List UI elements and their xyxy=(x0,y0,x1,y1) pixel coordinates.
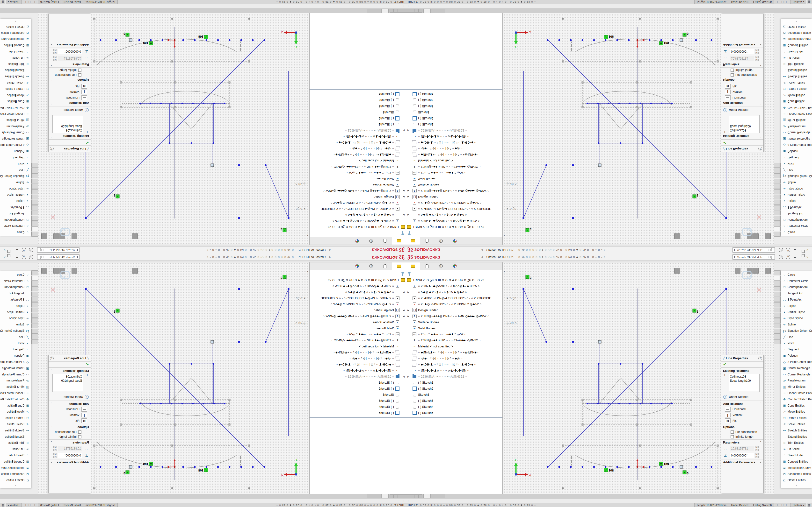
tool-menu-item[interactable]: ▪ Point xyxy=(0,340,31,346)
document-tab[interactable] xyxy=(374,9,382,13)
tool-menu-item[interactable]: ∿ Spline xyxy=(0,179,31,186)
restore-button[interactable] xyxy=(798,255,804,259)
help-icon[interactable]: ? xyxy=(758,147,762,151)
tool-menu-item[interactable]: ↦ Stretch Entities xyxy=(781,73,812,80)
tool-menu-item[interactable]: ▪ Point xyxy=(0,161,31,167)
vertical-relation-button[interactable]: | xyxy=(82,90,87,95)
tree-item[interactable]: ▶ ○ 2536ИNΛ∩+ ○ ◦ ○ +∩ΛИN6352 ○ xyxy=(310,374,406,380)
tool-menu-item[interactable]: ↗ Move Entities xyxy=(781,92,812,99)
tree-item[interactable]: (-) Sketch1 xyxy=(406,121,502,127)
infinite-length-checkbox[interactable] xyxy=(78,69,82,72)
command-tab[interactable] xyxy=(32,313,38,318)
tree-item[interactable]: ○ 25·∩ * ♟Αɯ ○ ◦ ○ ɯΑ♟ * ∩·52 ○ xyxy=(406,331,502,337)
tree-item[interactable]: ▶ ○ 2536ИNΛ∩+ ○ ◦ ○ +∩ΛИN6352 ○ xyxy=(310,127,406,133)
tool-menu-item[interactable]: ◇ 3 Point Center Recta... xyxy=(781,142,812,148)
tool-menu-item[interactable]: ◠ Centerpoint Arc xyxy=(0,284,31,290)
tree-item[interactable]: ▶ ○ 25ИN◎ ◦♣Α♣◎ ИNΑ ○ ◦ ○ ΑИN ◎♣Α♣◦ ◎ИN5… xyxy=(406,188,502,194)
tree-item[interactable]: (-) Sketch5 xyxy=(406,398,502,404)
tab-nav-button[interactable] xyxy=(406,9,410,12)
ok-button[interactable]: ✔ xyxy=(723,362,726,367)
infinite-length-checkbox[interactable] xyxy=(78,435,82,439)
tool-menu-item[interactable]: ◠ Centerpoint Arc xyxy=(0,217,31,223)
tool-menu-item[interactable]: ◜ Sketch Fillet xyxy=(0,49,31,55)
tool-menu-item[interactable]: ○ Ellipse xyxy=(0,198,31,204)
tree-item[interactable]: ○ 25♣3Ɛ25 ○ ИN◎◦♣ ƆC3ƐU3Ɛ25 ○ ◦ ○ 25Ɛ3UƐ… xyxy=(406,206,502,212)
collapse-icon[interactable]: ⌃ xyxy=(760,369,762,373)
tool-menu-item[interactable]: ◖ Partial Ellipse xyxy=(781,309,812,315)
tool-menu-item[interactable]: ≋ Intersection Curve xyxy=(781,36,812,43)
tree-item[interactable]: Sketch3 xyxy=(406,109,502,115)
command-tab[interactable] xyxy=(32,173,38,178)
command-tab[interactable] xyxy=(774,232,780,237)
tab-configurationmanager[interactable] xyxy=(364,263,378,270)
command-tab[interactable] xyxy=(32,226,38,231)
command-tab[interactable] xyxy=(32,200,38,205)
tool-menu-item[interactable]: ∿ Style Spline xyxy=(781,186,812,192)
tree-item[interactable]: ○ ♣ʒƆƏ◦♟ ○ * ⊙∣ ○ ◦ ○ ∣⊙ * ○ ♟◦ƏƆʒ♣ ○ xyxy=(406,139,502,146)
for-construction-checkbox[interactable] xyxy=(730,74,734,77)
document-tab[interactable] xyxy=(423,9,430,13)
tree-filter[interactable] xyxy=(310,231,406,237)
tree-filter[interactable] xyxy=(406,270,502,276)
collapse-icon[interactable]: ⌃ xyxy=(50,441,52,444)
command-tab[interactable] xyxy=(774,226,780,231)
tree-item[interactable]: (-) Sketch2 xyxy=(310,115,406,121)
tool-menu-item[interactable]: ⌒ Tangent Arc xyxy=(0,211,31,217)
collapse-icon[interactable]: ⌃ xyxy=(760,78,762,81)
tab-nav-button[interactable] xyxy=(398,495,402,498)
tree-item[interactable]: ▶ ○ 25ИN◎ ◦♣Α♣◎ ИNΑ ○ ◦ ○ ΑИN ◎♣Α♣◦ ◎ИN5… xyxy=(310,188,406,194)
for-construction-checkbox[interactable] xyxy=(730,431,734,434)
tree-item[interactable]: Material < not specified > xyxy=(406,343,502,349)
sketch-line[interactable] xyxy=(523,165,546,218)
tool-menu-item[interactable]: ∿ Spline xyxy=(781,179,812,186)
command-tab[interactable] xyxy=(32,179,38,183)
angle-spinner[interactable]: ▲▼ xyxy=(755,49,759,54)
collapse-icon[interactable]: ⌃ xyxy=(760,134,762,138)
tab-nav-button[interactable] xyxy=(394,9,398,12)
length-spinner[interactable]: ▲▼ xyxy=(755,56,759,61)
length-spinner[interactable]: ▲▼ xyxy=(53,56,57,61)
tool-menu-item[interactable]: ⠿ Linear Sketch Pattern xyxy=(0,111,31,117)
rollback-bar[interactable] xyxy=(406,89,502,90)
tree-item[interactable]: (-) Sketch6 xyxy=(406,410,502,416)
expand-icon[interactable]: ⌄ xyxy=(50,43,52,46)
endpoint-handle[interactable] xyxy=(680,465,683,468)
tool-menu-item[interactable]: ⊡ Convert Entities xyxy=(781,42,812,49)
collapse-icon[interactable]: ⌃ xyxy=(760,426,762,429)
tool-menu-item[interactable]: ◖ Partial Ellipse xyxy=(0,309,31,315)
menu-expander-icon[interactable]: » xyxy=(795,484,798,487)
tree-item[interactable]: TRPDL2. ⊙ ƷƐ ⊙ Ш ⊙ ⊙ ⊙ ♣ ⊙ ƆC ⊙ ƷƐ ⊙ · ⊙… xyxy=(310,224,406,230)
tree-item[interactable]: (-) Sketch6 xyxy=(406,91,502,97)
angle-spinner[interactable]: ▲▼ xyxy=(755,453,759,458)
expand-arrow-icon[interactable]: ▶ xyxy=(407,214,410,216)
keyboard-icon[interactable]: ▦ xyxy=(0,504,5,507)
command-tab[interactable] xyxy=(32,297,38,302)
tool-menu-item[interactable]: ▣ Center Rectangle xyxy=(0,136,31,142)
tool-menu-item[interactable]: ↦ Stretch Entities xyxy=(781,427,812,434)
tab-nav-button[interactable] xyxy=(402,9,406,12)
horizontal-relation-button[interactable]: — xyxy=(82,407,87,412)
tool-menu-item[interactable]: ▭ Corner Rectangle xyxy=(781,371,812,378)
restore-button[interactable] xyxy=(8,248,14,252)
tool-menu-item[interactable]: ◌ Perimeter Circle xyxy=(781,278,812,284)
tool-menu-item[interactable]: ◫ Mirror Entities xyxy=(781,117,812,123)
tree-item[interactable]: ○ ♣ИN◎♟+ ○ * ⊙∣ ○ ◦ ○ ∣⊙ * ○ +♟◎ИN♣ ○ xyxy=(310,152,406,158)
help-button[interactable]: ? xyxy=(786,255,790,259)
relation-badge-equal[interactable]: = 109 xyxy=(143,462,153,466)
expand-arrow-icon[interactable]: ▶ xyxy=(402,309,405,312)
tool-menu-item[interactable]: ▱ Parallelogram xyxy=(0,378,31,384)
for-construction-checkbox[interactable] xyxy=(78,431,82,434)
tool-menu-item[interactable]: ⊞ Copy Entities xyxy=(781,98,812,105)
for-construction-checkbox[interactable] xyxy=(78,74,82,77)
tool-menu-item[interactable]: ◫ Mirror Entities xyxy=(781,384,812,390)
tree-item[interactable]: Material < not specified > xyxy=(310,158,406,164)
tool-menu-item[interactable]: ▭ Corner Rectangle xyxy=(0,371,31,378)
sketch-line[interactable] xyxy=(266,165,289,218)
tool-menu-item[interactable]: ▱ Parallelogram xyxy=(781,378,812,384)
relations-listbox[interactable]: Collinear108 Equal length109 xyxy=(729,115,760,133)
relations-listbox[interactable]: Collinear108 Equal length109 xyxy=(52,115,83,133)
command-tab[interactable] xyxy=(774,286,780,291)
tree-item[interactable]: (-) Sketch1 xyxy=(310,121,406,127)
tree-item[interactable]: (-) Sketch2 xyxy=(310,386,406,392)
tool-menu-item[interactable]: ◠ Centerpoint Arc xyxy=(781,217,812,223)
